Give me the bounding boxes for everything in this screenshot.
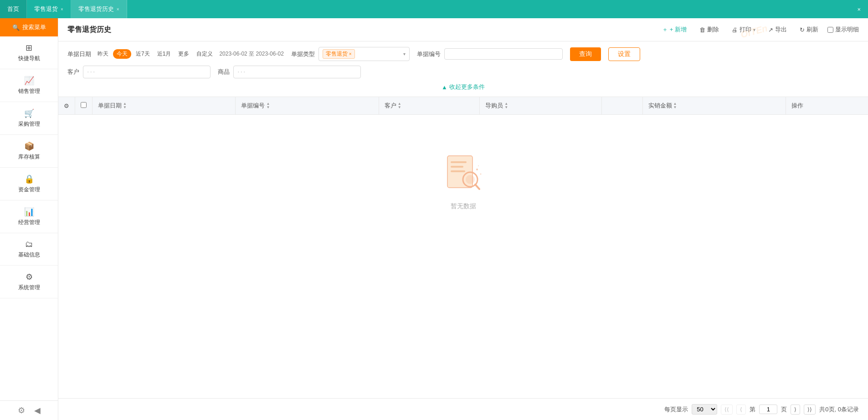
top-bar: 首页 零售退货 × 零售退货历史 × × <box>0 0 868 18</box>
customer-select[interactable]: ··· <box>83 66 211 78</box>
svg-rect-1 <box>451 161 467 163</box>
th-operation-label: 操作 <box>791 102 803 109</box>
th-amount[interactable]: 实销金额 ▲▼ <box>642 97 786 115</box>
page-first-button[interactable]: ⟨⟨ <box>721 405 733 415</box>
page-prev-button[interactable]: ⟨ <box>736 405 746 415</box>
doc-no-input[interactable] <box>444 48 563 60</box>
sidebar-item-inventory[interactable]: 📦 库存核算 <box>0 135 58 168</box>
new-button[interactable]: ＋ + 新增 <box>658 24 690 36</box>
tab-retail-return-history[interactable]: 零售退货历史 × <box>71 0 127 18</box>
select-all-checkbox[interactable] <box>81 102 87 108</box>
settings-icon[interactable]: ⚙ <box>18 405 25 415</box>
gear-icon: ⚙ <box>64 102 69 109</box>
doc-type-tag-close[interactable]: × <box>349 51 352 56</box>
date-btn-more[interactable]: 更多 <box>175 49 192 59</box>
date-label: 单据日期 <box>67 50 91 58</box>
th-checkbox[interactable] <box>75 97 92 115</box>
date-btn-today[interactable]: 今天 <box>113 49 131 59</box>
svg-point-7 <box>476 169 478 170</box>
svg-point-9 <box>478 165 479 166</box>
tab-retail-return-history-close[interactable]: × <box>117 7 119 12</box>
th-doc-no[interactable]: 单据编号 ▲▼ <box>236 97 379 115</box>
search-icon: 🔍 <box>12 24 20 31</box>
sidebar-item-system-mgmt-label: 系统管理 <box>18 284 40 292</box>
sidebar-item-finance[interactable]: 🔒 资金管理 <box>0 168 58 200</box>
sidebar-item-operations[interactable]: 📊 经营管理 <box>0 200 58 233</box>
total-info: 共0页, 0条记录 <box>819 405 859 414</box>
print-button[interactable]: 🖨 打印 ▾ <box>728 24 759 36</box>
quick-nav-icon: ⊞ <box>26 43 32 53</box>
display-toggle-checkbox[interactable] <box>827 27 833 33</box>
collapse-sidebar-icon[interactable]: ◀ <box>34 405 41 415</box>
per-page-select[interactable]: 50 10 20 100 <box>692 404 717 415</box>
table-header-row: ⚙ 单据日期 ▲▼ 单据编号 <box>58 97 868 115</box>
th-customer[interactable]: 客户 ▲▼ <box>379 97 479 115</box>
filter-area: 单据日期 昨天 今天 近7天 近1月 更多 自定义 2023-06-02 至 2… <box>58 41 868 97</box>
purchase-mgmt-icon: 🛒 <box>24 108 34 118</box>
filter-group-doc-no: 单据编号 <box>417 48 563 60</box>
th-amount-label: 实销金额 <box>648 102 672 110</box>
th-doc-no-label: 单据编号 <box>241 102 265 110</box>
query-button[interactable]: 查询 <box>570 47 601 61</box>
sidebar-search[interactable]: 🔍 搜索菜单 <box>0 18 58 36</box>
delete-label: 删除 <box>707 26 719 34</box>
th-customer-sort[interactable]: 客户 ▲▼ <box>385 102 474 110</box>
filter-group-goods: 商品 ··· <box>218 66 361 78</box>
sidebar-bottom: ⚙ ◀ <box>0 400 58 420</box>
th-guide[interactable]: 导购员 ▲▼ <box>480 97 602 115</box>
th-guide-sort[interactable]: 导购员 ▲▼ <box>485 102 596 110</box>
th-doc-no-sort[interactable]: 单据编号 ▲▼ <box>241 102 373 110</box>
filter-group-doc-type: 单据类型 零售退货 × ▾ <box>291 47 410 61</box>
top-bar-close[interactable]: × <box>857 6 868 13</box>
page-suffix: 页 <box>781 405 787 414</box>
delete-button[interactable]: 🗑 删除 <box>696 24 723 36</box>
th-operation: 操作 <box>786 97 868 115</box>
sort-arrows-guide: ▲▼ <box>504 102 508 109</box>
sort-arrows-doc-date: ▲▼ <box>123 102 127 109</box>
filter-row-2: 客户 ··· 商品 ··· <box>67 66 859 78</box>
page-last-button[interactable]: ⟩⟩ <box>804 405 816 415</box>
svg-rect-3 <box>451 170 465 172</box>
filter-row-1: 单据日期 昨天 今天 近7天 近1月 更多 自定义 2023-06-02 至 2… <box>67 47 859 61</box>
goods-select[interactable]: ··· <box>233 66 361 78</box>
tab-retail-return-close[interactable]: × <box>61 7 63 12</box>
refresh-icon: ↻ <box>800 26 805 33</box>
main-layout: 🔍 搜索菜单 ⊞ 快捷导航 📈 销售管理 🛒 采购管理 📦 库存核算 🔒 <box>0 18 868 420</box>
date-btn-yesterday[interactable]: 昨天 <box>95 49 111 59</box>
svg-line-6 <box>475 184 479 189</box>
sidebar-item-system-mgmt[interactable]: ⚙ 系统管理 <box>0 266 58 298</box>
delete-icon: 🗑 <box>699 26 705 33</box>
th-guide-label: 导购员 <box>485 102 503 110</box>
print-label: 打印 <box>740 26 751 34</box>
th-gear[interactable]: ⚙ <box>58 97 75 115</box>
th-customer-label: 客户 <box>385 102 396 110</box>
collapse-filter-btn[interactable]: ▲ 收起更多条件 <box>67 83 859 91</box>
page-input[interactable] <box>759 405 777 414</box>
export-button[interactable]: ↗ 导出 <box>765 24 791 36</box>
doc-type-select[interactable]: 零售退货 × ▾ <box>318 47 410 61</box>
date-btn-7days[interactable]: 近7天 <box>133 49 153 59</box>
collapse-icon: ▲ <box>442 84 447 91</box>
sidebar-item-sales-mgmt[interactable]: 📈 销售管理 <box>0 69 58 102</box>
tab-home[interactable]: 首页 <box>0 0 27 18</box>
svg-point-5 <box>466 175 475 184</box>
tab-retail-return[interactable]: 零售退货 × <box>27 0 71 18</box>
sidebar-item-basic-info[interactable]: 🗂 基础信息 <box>0 233 58 266</box>
print-icon: 🖨 <box>732 26 738 33</box>
customer-label: 客户 <box>67 68 79 76</box>
tab-home-label: 首页 <box>7 5 19 13</box>
sidebar-item-quick-nav[interactable]: ⊞ 快捷导航 <box>0 36 58 69</box>
page-next-button[interactable]: ⟩ <box>791 405 800 415</box>
date-btn-1month[interactable]: 近1月 <box>154 49 174 59</box>
sidebar-item-purchase-mgmt[interactable]: 🛒 采购管理 <box>0 102 58 135</box>
th-amount-sort[interactable]: 实销金额 ▲▼ <box>648 102 780 110</box>
set-button[interactable]: 设置 <box>608 47 640 61</box>
display-toggle[interactable]: 显示明细 <box>827 26 859 34</box>
customer-dots: ··· <box>87 68 96 76</box>
goods-label: 商品 <box>218 68 230 76</box>
th-doc-date[interactable]: 单据日期 ▲▼ <box>92 97 236 115</box>
date-btn-custom[interactable]: 自定义 <box>194 49 216 59</box>
refresh-button[interactable]: ↻ 刷新 <box>796 24 822 36</box>
th-doc-date-sort[interactable]: 单据日期 ▲▼ <box>98 102 230 110</box>
sidebar: 🔍 搜索菜单 ⊞ 快捷导航 📈 销售管理 🛒 采购管理 📦 库存核算 🔒 <box>0 18 58 420</box>
